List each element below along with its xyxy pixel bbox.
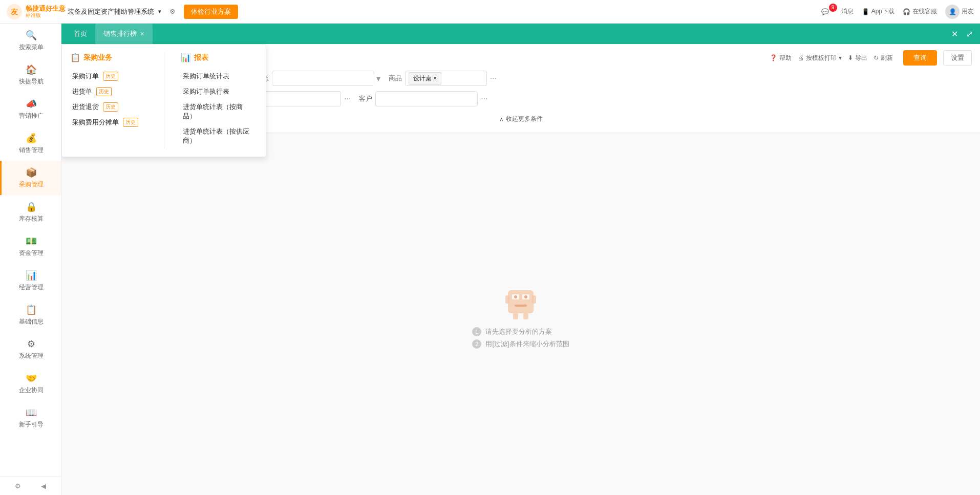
sidebar-label-marketing: 营销推广: [19, 112, 44, 120]
dropdown-item-purchase-order[interactable]: 采购订单 历史: [70, 69, 147, 84]
refresh-icon: ↻: [874, 54, 879, 61]
logo-text: 畅捷通好生意 标准版: [26, 5, 66, 19]
collapse-text: 收起更多条件: [506, 115, 543, 123]
refresh-btn[interactable]: ↻ 刷新: [874, 54, 893, 62]
sidebar-item-inventory[interactable]: 🔒 库存核算: [0, 195, 61, 229]
salesperson-more-btn[interactable]: ···: [344, 94, 351, 103]
export-label: 导出: [855, 54, 867, 62]
sidebar-label-operations: 经营管理: [19, 283, 44, 292]
hint-text-1: 请先选择要分析的方案: [485, 327, 552, 336]
print-label: 按模板打印: [806, 54, 837, 62]
customer-more-btn[interactable]: ···: [481, 94, 487, 103]
dropdown-item-order-stats[interactable]: 采购订单统计表: [181, 69, 258, 84]
settings-button[interactable]: 设置: [943, 50, 972, 66]
report-col: 📊 报表 采购订单统计表 采购订单执行表 进货单统计表（按商品） 进货单统计表（…: [181, 53, 258, 148]
tab-close-all-icon[interactable]: ✕: [948, 28, 961, 40]
sidebar-item-guide[interactable]: 📖 新手引导: [0, 401, 61, 435]
purchase-col: 📋 采购业务 采购订单 历史 进货单 历史 进货退货 历史: [70, 53, 147, 148]
tab-expand-icon[interactable]: ⤢: [963, 28, 976, 40]
logo-sub: 标准版: [26, 12, 66, 18]
marketing-icon: 📣: [26, 98, 37, 110]
sidebar-item-quick[interactable]: 🏠 快捷导航: [0, 58, 61, 92]
purchase-order-hist: 历史: [103, 72, 118, 81]
phone-icon: 📱: [862, 8, 869, 15]
hint-text-2: 用[过滤]条件来缩小分析范围: [485, 339, 569, 349]
svg-rect-6: [505, 295, 509, 304]
capital-icon: 💵: [26, 235, 37, 247]
sidebar-item-search[interactable]: 🔍 搜索菜单: [0, 24, 61, 58]
order-exec-label: 采购订单执行表: [183, 87, 229, 96]
goods-label: 商品: [389, 74, 402, 83]
dropdown-item-order-exec[interactable]: 采购订单执行表: [181, 84, 258, 99]
system-name-text: 装备及固定资产辅助管理系统: [68, 7, 154, 16]
help-btn[interactable]: ❓ 帮助: [770, 54, 792, 62]
sidebar-item-system[interactable]: ⚙ 系统管理: [0, 332, 61, 367]
sidebar-item-operations[interactable]: 📊 经营管理: [0, 264, 61, 298]
doc-status-input[interactable]: [272, 71, 374, 86]
help-label: 帮助: [779, 54, 792, 62]
filter-customer: 客户 ···: [359, 91, 487, 106]
query-button[interactable]: 查询: [903, 50, 937, 66]
svg-rect-7: [532, 295, 536, 304]
sidebar-label-guide: 新手引导: [19, 420, 44, 429]
dropdown-item-purchase-fee[interactable]: 采购费用分摊单 历史: [70, 115, 147, 130]
doc-status-expand[interactable]: ▾: [376, 74, 380, 83]
empty-illustration: [495, 280, 546, 321]
tab-sales-ranking[interactable]: 销售排行榜 ✕: [95, 24, 153, 44]
dropdown-item-purchase-return[interactable]: 进货退货 历史: [70, 99, 147, 115]
dropdown-item-in-stats-supplier[interactable]: 进货单统计表（按供应商）: [181, 124, 258, 148]
sidebar-footer: ⚙ ◀: [0, 477, 61, 495]
empty-hints: 1 请先选择要分析的方案 2 用[过滤]条件来缩小分析范围: [472, 327, 569, 349]
sidebar-item-marketing[interactable]: 📣 营销推广: [0, 92, 61, 126]
dropdown-item-in-stats-goods[interactable]: 进货单统计表（按商品）: [181, 99, 258, 124]
customer-label: 客户: [359, 94, 372, 103]
sidebar-label-quick: 快捷导航: [19, 77, 44, 86]
top-header: 友 畅捷通好生意 标准版 装备及固定资产辅助管理系统 ▾ ⚙ 体验行业方案 💬 …: [0, 0, 980, 24]
purchase-fee-label: 采购费用分摊单: [72, 118, 119, 127]
customer-input[interactable]: [375, 91, 478, 106]
user-name: 用友: [962, 7, 974, 16]
header-system-name: 装备及固定资产辅助管理系统 ▾ ⚙ 体验行业方案: [68, 5, 821, 19]
goods-more-btn[interactable]: ···: [490, 74, 497, 83]
header-settings-icon[interactable]: ⚙: [165, 5, 180, 19]
content-area: 首页 销售排行榜 ✕ ✕ ⤢ 📋 采购业务 采购订单: [61, 24, 980, 495]
online-service-btn[interactable]: 🎧 在线客服: [903, 7, 937, 16]
messages-btn[interactable]: 💬 9 消息: [821, 7, 854, 16]
sidebar-settings-btn[interactable]: ⚙: [15, 482, 21, 490]
dropdown-divider: [164, 53, 164, 148]
sidebar-collapse-btn[interactable]: ◀: [41, 482, 46, 490]
dropdown-item-purchase-in[interactable]: 进货单 历史: [70, 84, 147, 99]
sidebar-label-capital: 资金管理: [19, 249, 44, 257]
sidebar-item-sales[interactable]: 💰 销售管理: [0, 126, 61, 161]
report-col-title-text: 报表: [194, 53, 208, 62]
sidebar-item-capital[interactable]: 💵 资金管理: [0, 229, 61, 264]
export-btn[interactable]: ⬇ 导出: [848, 54, 867, 62]
home-icon: 🏠: [26, 64, 37, 75]
svg-rect-5: [515, 305, 527, 307]
sidebar-label-sales: 销售管理: [19, 146, 44, 155]
sidebar-label-system: 系统管理: [19, 352, 44, 360]
sidebar-item-basic[interactable]: 📋 基础信息: [0, 298, 61, 332]
logo-area: 友 畅捷通好生意 标准版: [6, 4, 68, 20]
message-icon: 💬: [821, 8, 829, 15]
report-col-icon: 📊: [181, 53, 191, 62]
tab-home[interactable]: 首页: [66, 24, 95, 44]
sidebar-item-enterprise[interactable]: 🤝 企业协同: [0, 367, 61, 401]
sidebar-item-purchase[interactable]: 📦 采购管理: [0, 161, 61, 195]
guide-icon: 📖: [26, 407, 37, 418]
message-badge: 9: [829, 4, 837, 12]
svg-rect-9: [523, 313, 528, 319]
empty-hint-2: 2 用[过滤]条件来缩小分析范围: [472, 339, 569, 349]
system-dropdown-arrow[interactable]: ▾: [158, 8, 161, 15]
user-menu[interactable]: 👤 用友: [945, 5, 974, 19]
svg-point-11: [524, 295, 527, 298]
tab-close-icon[interactable]: ✕: [140, 31, 144, 37]
operations-icon: 📊: [26, 270, 37, 281]
sidebar-label-basic: 基础信息: [19, 317, 44, 326]
print-btn[interactable]: 🖨 按模板打印 ▾: [798, 54, 842, 62]
industry-button[interactable]: 体验行业方案: [184, 5, 238, 19]
purchase-in-hist: 历史: [96, 87, 112, 96]
app-download-btn[interactable]: 📱 App下载: [862, 7, 894, 16]
svg-rect-8: [513, 313, 518, 319]
system-icon: ⚙: [27, 338, 35, 350]
